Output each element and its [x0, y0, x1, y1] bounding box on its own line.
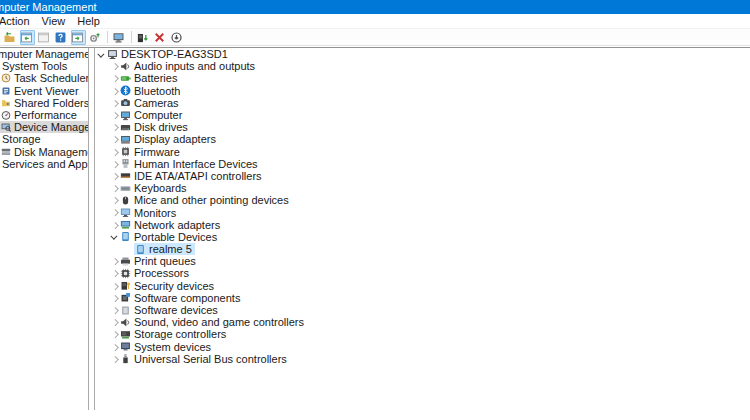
- chevron-right-icon[interactable]: [110, 182, 119, 194]
- device-item-firmware[interactable]: Firmware: [95, 146, 750, 158]
- device-item-system-devices[interactable]: System devices: [95, 341, 750, 353]
- chevron-right-icon[interactable]: [110, 85, 119, 97]
- menu-action[interactable]: Action: [0, 14, 36, 28]
- display-adapter-icon: [120, 134, 131, 145]
- uninstall-device-button[interactable]: [153, 30, 168, 45]
- console-item-label: Computer Management (Local): [0, 48, 88, 60]
- pane-splitter[interactable]: [88, 48, 89, 410]
- menu-view[interactable]: View: [36, 14, 72, 28]
- console-item-task-scheduler[interactable]: Task Scheduler: [0, 72, 88, 84]
- console-item-shared-folders[interactable]: Shared Folders: [0, 97, 88, 109]
- console-tree-pane: Computer Management (Local)System ToolsT…: [0, 48, 88, 410]
- device-item-ide-ata-atapi-controllers[interactable]: IDE ATA/ATAPI controllers: [95, 170, 750, 182]
- device-item-mice-and-other-pointing-devices[interactable]: Mice and other pointing devices: [95, 194, 750, 206]
- window-action-icon: [72, 32, 83, 43]
- device-item-body: Universal Serial Bus controllers: [119, 353, 290, 365]
- chevron-right-icon[interactable]: [110, 255, 119, 267]
- device-item-display-adapters[interactable]: Display adapters: [95, 133, 750, 145]
- update-driver-settings-button[interactable]: [88, 30, 103, 45]
- device-item-print-queues[interactable]: Print queues: [95, 255, 750, 267]
- device-item-monitors[interactable]: Monitors: [95, 206, 750, 218]
- show-hide-action-pane-button[interactable]: [71, 30, 86, 45]
- device-item-processors[interactable]: Processors: [95, 267, 750, 279]
- device-item-body: realme 5: [134, 243, 195, 255]
- chevron-right-icon[interactable]: [110, 280, 119, 292]
- chevron-right-icon[interactable]: [110, 353, 119, 365]
- chevron-right-icon[interactable]: [110, 97, 119, 109]
- device-item-computer[interactable]: Computer: [95, 109, 750, 121]
- chevron-right-icon[interactable]: [110, 316, 119, 328]
- console-item-device-manager[interactable]: Device Manager: [0, 121, 88, 133]
- device-item-label: Print queues: [134, 255, 196, 267]
- chevron-down-icon[interactable]: [97, 48, 106, 60]
- device-item-storage-controllers[interactable]: Storage controllers: [95, 328, 750, 340]
- back-button[interactable]: [3, 30, 18, 45]
- device-item-universal-serial-bus-controllers[interactable]: Universal Serial Bus controllers: [95, 353, 750, 365]
- printer-icon: [120, 256, 131, 267]
- device-item-disk-drives[interactable]: Disk drives: [95, 121, 750, 133]
- performance-icon: [1, 110, 11, 120]
- update-driver-button[interactable]: [136, 30, 151, 45]
- chevron-right-icon[interactable]: [110, 72, 119, 84]
- console-item-system-tools[interactable]: System Tools: [0, 60, 88, 72]
- device-item-body: Print queues: [119, 255, 199, 267]
- chevron-right-icon[interactable]: [110, 158, 119, 170]
- red-x-icon: [154, 32, 165, 43]
- chevron-down-icon[interactable]: [110, 231, 119, 243]
- monitor-scan-icon: [113, 32, 124, 43]
- console-item-label: System Tools: [2, 60, 67, 72]
- device-item-sound-video-and-game-controllers[interactable]: Sound, video and game controllers: [95, 316, 750, 328]
- chevron-right-icon[interactable]: [110, 170, 119, 182]
- device-item-body: DESKTOP-EAG3SD1: [106, 48, 231, 60]
- chevron-right-icon[interactable]: [110, 267, 119, 279]
- device-item-cameras[interactable]: Cameras: [95, 97, 750, 109]
- properties-button[interactable]: [37, 30, 52, 45]
- console-item-storage[interactable]: Storage: [0, 133, 88, 145]
- console-item-label: Performance: [14, 109, 77, 121]
- chevron-right-icon[interactable]: [110, 341, 119, 353]
- chevron-right-icon[interactable]: [110, 60, 119, 72]
- device-item-batteries[interactable]: Batteries: [95, 72, 750, 84]
- device-item-security-devices[interactable]: Security devices: [95, 280, 750, 292]
- console-item-disk-management[interactable]: Disk Management: [0, 146, 88, 158]
- chevron-right-icon[interactable]: [110, 292, 119, 304]
- chevron-right-icon[interactable]: [110, 146, 119, 158]
- chevron-right-icon[interactable]: [110, 219, 119, 231]
- disable-device-button[interactable]: [170, 30, 185, 45]
- console-item-computer-management-local[interactable]: Computer Management (Local): [0, 48, 88, 60]
- device-item-portable-devices[interactable]: Portable Devices: [95, 231, 750, 243]
- device-item-keyboards[interactable]: Keyboards: [95, 182, 750, 194]
- chevron-right-icon[interactable]: [110, 206, 119, 218]
- console-item-body: Computer Management (Local): [0, 48, 88, 60]
- scan-hardware-changes-button[interactable]: [112, 30, 127, 45]
- device-item-body: Cameras: [119, 97, 182, 109]
- chevron-right-icon[interactable]: [110, 133, 119, 145]
- device-item-body: Firmware: [119, 146, 183, 158]
- device-item-label: Security devices: [134, 280, 214, 292]
- show-hide-console-tree-button[interactable]: [20, 30, 35, 45]
- menu-help[interactable]: Help: [71, 14, 106, 28]
- device-item-audio-inputs-and-outputs[interactable]: Audio inputs and outputs: [95, 60, 750, 72]
- device-item-human-interface-devices[interactable]: Human Interface Devices: [95, 158, 750, 170]
- console-item-event-viewer[interactable]: Event Viewer: [0, 85, 88, 97]
- device-item-network-adapters[interactable]: Network adapters: [95, 219, 750, 231]
- chevron-right-icon[interactable]: [110, 328, 119, 340]
- window-title: Computer Management: [0, 1, 97, 14]
- device-item-desktop-eag3sd1[interactable]: DESKTOP-EAG3SD1: [95, 48, 750, 60]
- chevron-right-icon[interactable]: [110, 194, 119, 206]
- console-item-performance[interactable]: Performance: [0, 109, 88, 121]
- device-item-software-devices[interactable]: Software devices: [95, 304, 750, 316]
- titlebar[interactable]: Computer Management: [0, 0, 750, 14]
- chevron-right-icon[interactable]: [110, 121, 119, 133]
- device-item-body: Mice and other pointing devices: [119, 194, 292, 206]
- console-item-services-and-applications[interactable]: Services and Applications: [0, 158, 88, 170]
- device-item-bluetooth[interactable]: Bluetooth: [95, 85, 750, 97]
- device-item-body: Keyboards: [119, 182, 190, 194]
- chevron-right-icon[interactable]: [110, 109, 119, 121]
- device-item-software-components[interactable]: Software components: [95, 292, 750, 304]
- device-item-label: realme 5: [149, 243, 192, 255]
- device-manager-icon: [1, 122, 11, 132]
- help-button[interactable]: [54, 30, 69, 45]
- device-item-realme-5[interactable]: realme 5: [95, 243, 750, 255]
- chevron-right-icon[interactable]: [110, 304, 119, 316]
